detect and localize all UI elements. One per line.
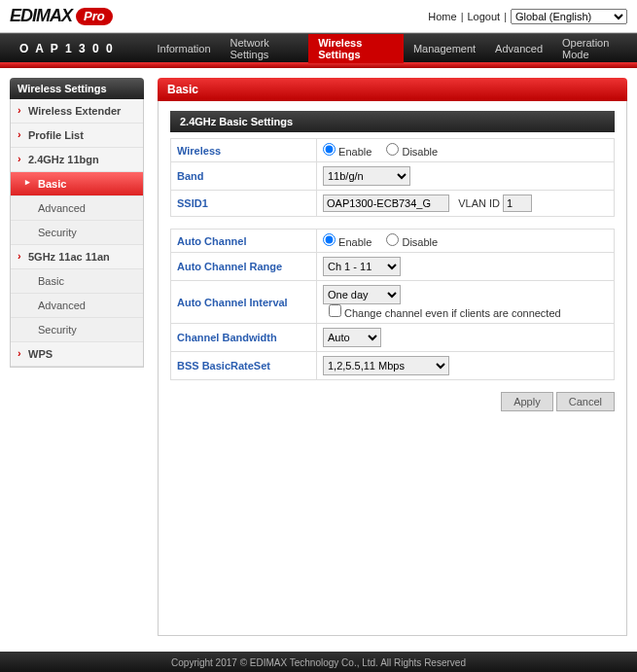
model-label: O A P 1 3 0 0 bbox=[0, 42, 148, 55]
top-tabs: InformationNetwork SettingsWireless Sett… bbox=[148, 34, 638, 63]
sidebar-title: Wireless Settings bbox=[10, 78, 144, 99]
sidebar-list: Wireless ExtenderProfile List2.4GHz 11bg… bbox=[10, 99, 144, 368]
footer-text: Copyright 2017 © EDIMAX Technology Co., … bbox=[0, 652, 637, 672]
brand-logo: EDIMAX Pro bbox=[10, 6, 113, 26]
label-auto-channel-interval: Auto Channel Interval bbox=[171, 281, 317, 324]
wireless-enable-radio[interactable] bbox=[323, 143, 336, 156]
field-wireless: Enable Disable bbox=[317, 139, 615, 162]
logout-link[interactable]: Logout bbox=[467, 11, 500, 22]
sidebar-item-5ghz-11ac-11an[interactable]: 5GHz 11ac 11an bbox=[11, 245, 143, 269]
top-tab-network-settings[interactable]: Network Settings bbox=[221, 34, 309, 63]
top-tab-operation-mode[interactable]: Operation Mode bbox=[552, 34, 637, 63]
autochannel-range-select[interactable]: Ch 1 - 11 bbox=[323, 257, 401, 276]
label-auto-channel-range: Auto Channel Range bbox=[171, 253, 317, 281]
sidebar-sub-security[interactable]: Security bbox=[11, 221, 143, 245]
sidebar-sub-security[interactable]: Security bbox=[11, 318, 143, 342]
brand-suffix: Pro bbox=[76, 8, 113, 25]
top-tab-information[interactable]: Information bbox=[148, 34, 221, 63]
settings-table-2: Auto Channel Enable Disable Auto Channel… bbox=[170, 229, 615, 380]
label-ssid1: SSID1 bbox=[171, 191, 317, 217]
label-band: Band bbox=[171, 162, 317, 191]
apply-button[interactable]: Apply bbox=[501, 392, 553, 411]
label-auto-channel: Auto Channel bbox=[171, 230, 317, 253]
section-title: 2.4GHz Basic Settings bbox=[170, 111, 615, 132]
autochannel-disable-radio[interactable] bbox=[386, 233, 399, 246]
bss-basicrate-select[interactable]: 1,2,5.5,11 Mbps bbox=[323, 356, 449, 375]
sidebar-sub-advanced[interactable]: Advanced bbox=[11, 196, 143, 221]
settings-table-1: Wireless Enable Disable Band 11b/g/n SSI… bbox=[170, 138, 615, 217]
top-tab-advanced[interactable]: Advanced bbox=[485, 34, 552, 63]
top-tab-wireless-settings[interactable]: Wireless Settings bbox=[308, 34, 404, 63]
label-channel-bandwidth: Channel Bandwidth bbox=[171, 324, 317, 352]
cancel-button[interactable]: Cancel bbox=[556, 392, 615, 411]
label-vlanid: VLAN ID bbox=[458, 197, 500, 209]
ssid1-input[interactable] bbox=[323, 195, 449, 212]
band-select[interactable]: 11b/g/n bbox=[323, 166, 410, 186]
home-link[interactable]: Home bbox=[428, 11, 456, 22]
autochannel-interval-select[interactable]: One day bbox=[323, 285, 401, 304]
sidebar-sub-basic[interactable]: Basic bbox=[11, 172, 143, 196]
label-bss-basicrate: BSS BasicRateSet bbox=[171, 352, 317, 380]
sidebar-sub-advanced[interactable]: Advanced bbox=[11, 294, 143, 318]
channel-bandwidth-select[interactable]: Auto bbox=[323, 328, 381, 347]
change-channel-checkbox[interactable] bbox=[329, 304, 341, 317]
brand-text: EDIMAX bbox=[10, 6, 72, 26]
sidebar-item-wps[interactable]: WPS bbox=[11, 342, 143, 367]
label-wireless: Wireless bbox=[171, 139, 317, 162]
wireless-disable-radio[interactable] bbox=[386, 143, 399, 156]
language-select[interactable]: Global (English) bbox=[511, 9, 627, 24]
sidebar-item-wireless-extender[interactable]: Wireless Extender bbox=[11, 99, 143, 124]
top-tab-management[interactable]: Management bbox=[404, 34, 485, 63]
autochannel-enable-radio[interactable] bbox=[323, 233, 336, 246]
sidebar-sub-basic[interactable]: Basic bbox=[11, 269, 143, 294]
page-title: Basic bbox=[158, 78, 627, 101]
vlanid-input[interactable] bbox=[503, 195, 532, 212]
sidebar-item-2-4ghz-11bgn[interactable]: 2.4GHz 11bgn bbox=[11, 148, 143, 172]
sidebar-item-profile-list[interactable]: Profile List bbox=[11, 124, 143, 148]
